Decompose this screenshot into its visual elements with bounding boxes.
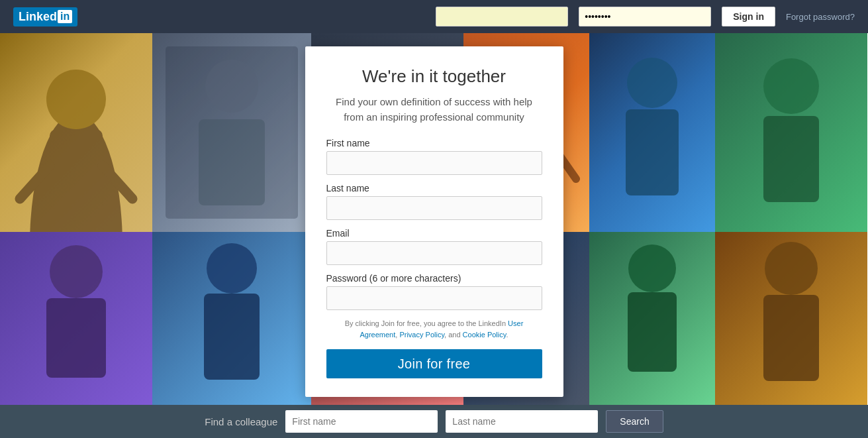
svg-rect-2 — [50, 129, 103, 209]
svg-rect-19 — [204, 294, 260, 380]
bg-cell-12 — [715, 232, 867, 405]
first-name-label: First name — [326, 138, 542, 148]
svg-point-1 — [46, 70, 106, 129]
colleague-first-input[interactable] — [285, 410, 438, 433]
svg-point-24 — [765, 242, 818, 295]
colleague-last-input[interactable] — [446, 410, 598, 433]
svg-point-6 — [205, 60, 258, 113]
first-name-input[interactable] — [326, 151, 542, 175]
email-input[interactable] — [326, 241, 542, 265]
email-label: Email — [326, 228, 542, 239]
linkedin-logo: Linkedin — [13, 7, 77, 27]
join-button[interactable]: Join for free — [326, 349, 542, 378]
svg-point-14 — [763, 58, 819, 114]
header-email-input[interactable] — [436, 7, 568, 27]
logo: Linkedin — [13, 7, 77, 27]
terms-text: By clicking Join for free, you agree to … — [326, 318, 542, 340]
bg-cell-6 — [715, 33, 867, 232]
svg-rect-7 — [199, 119, 265, 205]
search-button[interactable]: Search — [606, 410, 663, 433]
bg-cell-5 — [589, 33, 715, 232]
bg-cell-1 — [0, 33, 152, 232]
svg-point-16 — [50, 245, 103, 298]
svg-rect-13 — [626, 109, 679, 195]
svg-point-22 — [628, 245, 676, 292]
signup-modal: We're in it together Find your own defin… — [305, 46, 563, 397]
last-name-label: Last name — [326, 183, 542, 193]
password-label: Password (6 or more characters) — [326, 273, 542, 284]
header-password-input[interactable] — [579, 7, 711, 27]
email-field: Email — [326, 228, 542, 265]
last-name-input[interactable] — [326, 196, 542, 220]
bg-cell-2 — [152, 33, 311, 232]
bg-cell-7 — [0, 232, 152, 405]
modal-subtitle: Find your own definition of success with… — [326, 95, 542, 125]
svg-rect-15 — [763, 116, 819, 202]
svg-rect-25 — [763, 295, 819, 381]
bg-cell-11 — [589, 232, 715, 405]
bottom-bar: Find a colleague Search — [0, 405, 868, 438]
main-content: We're in it together Find your own defin… — [0, 33, 868, 405]
svg-point-12 — [627, 58, 677, 108]
password-input[interactable] — [326, 286, 542, 310]
bg-cell-8 — [152, 232, 311, 405]
svg-rect-17 — [46, 298, 106, 378]
modal-title: We're in it together — [326, 66, 542, 87]
forgot-password-link[interactable]: Forgot password? — [786, 12, 855, 22]
logo-in-box: in — [58, 10, 72, 23]
svg-point-18 — [207, 243, 257, 294]
find-colleague-label: Find a colleague — [205, 416, 277, 427]
sign-in-button[interactable]: Sign in — [722, 7, 775, 27]
svg-rect-23 — [628, 292, 677, 372]
first-name-field: First name — [326, 138, 542, 175]
logo-linked-text: Linked — [19, 10, 57, 24]
cookie-policy-link[interactable]: Cookie Policy — [463, 331, 506, 339]
last-name-field: Last name — [326, 183, 542, 220]
header: Linkedin Sign in Forgot password? — [0, 0, 868, 33]
privacy-policy-link[interactable]: Privacy Policy — [399, 331, 444, 339]
password-field: Password (6 or more characters) — [326, 273, 542, 310]
